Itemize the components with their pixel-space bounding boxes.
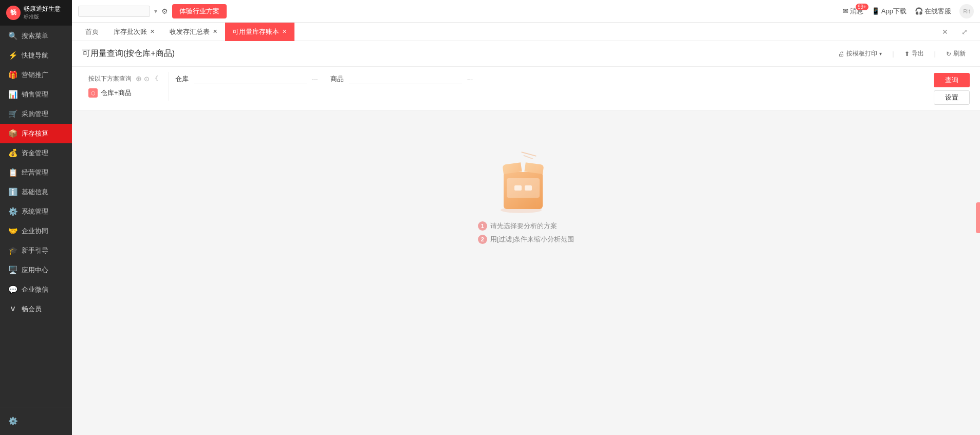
right-scroll-bar[interactable] bbox=[976, 202, 980, 233]
sidebar-item-wechat[interactable]: 💬 企业微信 bbox=[0, 280, 72, 299]
clipboard-icon: 📋 bbox=[8, 168, 17, 177]
export-button[interactable]: ⬆ 导出 bbox=[900, 47, 928, 60]
sidebar-item-label: 企业协同 bbox=[22, 226, 48, 236]
settings-button[interactable]: 设置 bbox=[934, 90, 970, 105]
gift-icon: 🎁 bbox=[8, 70, 17, 80]
sidebar-bottom-item[interactable]: ⚙️ bbox=[0, 411, 72, 431]
sidebar-item-basics[interactable]: ℹ️ 基础信息 bbox=[0, 182, 72, 202]
export-icon: ⬆ bbox=[904, 50, 910, 58]
sidebar-header: 畅 畅康通好生意 标准版 bbox=[0, 0, 72, 26]
maximize-window-button[interactable]: ⤢ bbox=[955, 23, 974, 41]
app-info: 畅康通好生意 标准版 bbox=[24, 5, 61, 21]
print-template-button[interactable]: 🖨 按模板打印 ▾ bbox=[834, 47, 886, 60]
sidebar: 畅 畅康通好生意 标准版 🔍 搜索菜单 ⚡ 快捷导航 🎁 营销推广 📊 销售管理… bbox=[0, 0, 72, 435]
graduation-icon: 🎓 bbox=[8, 246, 17, 255]
gear-icon: ⚙️ bbox=[8, 207, 17, 216]
printer-icon: 🖨 bbox=[838, 50, 844, 58]
topbar-chevron-icon[interactable]: ▾ bbox=[154, 8, 157, 15]
refresh-button[interactable]: ↻ 刷新 bbox=[942, 47, 970, 60]
chart-icon: 📊 bbox=[8, 90, 17, 99]
tab-close-icon[interactable]: ✕ bbox=[213, 28, 217, 35]
sidebar-bottom: ⚙️ bbox=[0, 407, 72, 435]
product-input[interactable] bbox=[349, 74, 462, 84]
product-field: 商品 ··· bbox=[330, 74, 473, 84]
tab-close-icon[interactable]: ✕ bbox=[150, 28, 155, 35]
money-icon: 💰 bbox=[8, 148, 17, 158]
page-title: 可用量查询(按仓库+商品) bbox=[82, 48, 175, 59]
sidebar-item-members[interactable]: V 畅会员 bbox=[0, 299, 72, 319]
query-button[interactable]: 查询 bbox=[934, 73, 970, 87]
warehouse-label: 仓库 bbox=[175, 74, 191, 84]
topbar: ▾ ⚙ 体验行业方案 ✉ 消息 99+ 📱 App下载 🎧 在线客服 Rit bbox=[72, 0, 980, 23]
page-content: 可用量查询(按仓库+商品) 🖨 按模板打印 ▾ | ⬆ 导出 | ↻ 刷新 bbox=[72, 41, 980, 435]
scheme-item-warehouse-product[interactable]: ⬡ 仓库+商品 bbox=[82, 85, 164, 101]
sidebar-item-sales[interactable]: 📊 销售管理 bbox=[0, 85, 72, 104]
sidebar-item-label: 畅会员 bbox=[22, 305, 42, 314]
sidebar-item-search[interactable]: 🔍 搜索菜单 bbox=[0, 26, 72, 46]
close-window-button[interactable]: ✕ bbox=[936, 23, 954, 41]
empty-hint-2: 2 用[过滤]条件来缩小分析范围 bbox=[478, 235, 574, 244]
info-icon: ℹ️ bbox=[8, 187, 17, 197]
notification-button[interactable]: ✉ 消息 99+ bbox=[843, 7, 863, 16]
collapse-scheme-icon[interactable]: 《 bbox=[152, 74, 158, 83]
tab-available-qty[interactable]: 可用量库存账本 ✕ bbox=[225, 23, 294, 41]
tab-inventory-batch[interactable]: 库存批次账 ✕ bbox=[106, 23, 162, 41]
main-area: ▾ ⚙ 体验行业方案 ✉ 消息 99+ 📱 App下载 🎧 在线客服 Rit bbox=[72, 0, 980, 435]
filter-fields: 仓库 ··· 商品 ··· bbox=[175, 72, 928, 86]
trial-button[interactable]: 体验行业方案 bbox=[172, 4, 227, 18]
sidebar-item-purchase[interactable]: 🛒 采购管理 bbox=[0, 104, 72, 124]
sidebar-item-label: 采购管理 bbox=[22, 109, 48, 119]
settings-bottom-icon: ⚙️ bbox=[8, 417, 17, 426]
product-label: 商品 bbox=[330, 74, 346, 84]
search-area bbox=[78, 6, 150, 17]
tab-label: 可用量库存账本 bbox=[232, 27, 279, 36]
sidebar-item-operations[interactable]: 📋 经营管理 bbox=[0, 163, 72, 182]
product-field-row: 商品 ··· bbox=[330, 74, 473, 84]
sidebar-item-label: 库存核算 bbox=[22, 129, 48, 138]
warehouse-input[interactable] bbox=[194, 74, 307, 84]
tab-summary[interactable]: 收发存汇总表 ✕ bbox=[162, 23, 225, 41]
sidebar-item-label: 资金管理 bbox=[22, 148, 48, 158]
bell-icon: ✉ bbox=[843, 7, 848, 15]
notification-badge: 99+ bbox=[856, 4, 868, 10]
settings-scheme-icon[interactable]: ⊙ bbox=[144, 75, 150, 83]
empty-hint-1: 1 请先选择要分析的方案 bbox=[478, 221, 574, 231]
user-avatar[interactable]: Rit bbox=[959, 4, 974, 18]
sidebar-item-shortcuts[interactable]: ⚡ 快捷导航 bbox=[0, 46, 72, 65]
sidebar-item-finance[interactable]: 💰 资金管理 bbox=[0, 143, 72, 163]
sidebar-item-apps[interactable]: 🖥️ 应用中心 bbox=[0, 260, 72, 280]
topbar-gear-icon[interactable]: ⚙ bbox=[161, 7, 168, 15]
sidebar-item-inventory[interactable]: 📦 库存核算 bbox=[0, 124, 72, 143]
monitor-icon: 🖥️ bbox=[8, 266, 17, 275]
sidebar-item-label: 快捷导航 bbox=[22, 51, 48, 60]
tab-label: 库存批次账 bbox=[114, 27, 147, 36]
headset-icon: 🎧 bbox=[915, 7, 923, 15]
online-service-button[interactable]: 🎧 在线客服 bbox=[915, 7, 951, 16]
sidebar-item-label: 经营管理 bbox=[22, 168, 48, 177]
avatar-text: Rit bbox=[963, 8, 970, 14]
product-more-icon[interactable]: ··· bbox=[467, 75, 473, 83]
topbar-search-input[interactable] bbox=[78, 6, 150, 17]
cart-icon: 🛒 bbox=[8, 109, 17, 119]
handshake-icon: 🤝 bbox=[8, 226, 17, 236]
tab-home[interactable]: 首页 bbox=[78, 23, 106, 41]
refresh-label: 刷新 bbox=[953, 49, 966, 58]
vip-icon: V bbox=[8, 305, 17, 313]
page-header-actions: 🖨 按模板打印 ▾ | ⬆ 导出 | ↻ 刷新 bbox=[834, 47, 970, 60]
topbar-right: ✉ 消息 99+ 📱 App下载 🎧 在线客服 Rit bbox=[843, 4, 974, 18]
sidebar-item-enterprise[interactable]: 🤝 企业协同 bbox=[0, 221, 72, 241]
warehouse-more-icon[interactable]: ··· bbox=[312, 75, 318, 83]
sidebar-item-label: 企业微信 bbox=[22, 285, 48, 294]
online-service-label: 在线客服 bbox=[924, 7, 951, 16]
sidebar-item-system[interactable]: ⚙️ 系统管理 bbox=[0, 202, 72, 221]
app-download-button[interactable]: 📱 App下载 bbox=[872, 7, 907, 16]
sidebar-item-label: 系统管理 bbox=[22, 207, 48, 216]
add-scheme-icon[interactable]: ⊕ bbox=[136, 74, 142, 83]
tab-close-icon[interactable]: ✕ bbox=[282, 28, 287, 35]
export-label: 导出 bbox=[912, 49, 924, 58]
sidebar-item-marketing[interactable]: 🎁 营销推广 bbox=[0, 65, 72, 85]
warehouse-field-row: 仓库 ··· bbox=[175, 74, 318, 84]
print-chevron-icon: ▾ bbox=[879, 51, 882, 56]
sidebar-item-label: 营销推广 bbox=[22, 70, 48, 80]
sidebar-item-guide[interactable]: 🎓 新手引导 bbox=[0, 241, 72, 260]
